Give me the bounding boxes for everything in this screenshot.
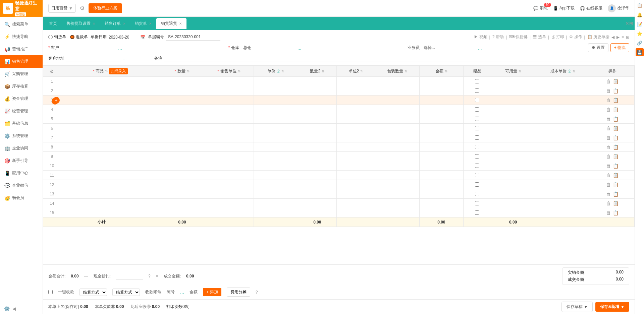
cell-price-7[interactable]: [254, 133, 298, 142]
cell-packqty-7[interactable]: [375, 133, 419, 142]
print-btn[interactable]: 🖨 打印: [551, 34, 564, 40]
cell-unit2-3[interactable]: [336, 96, 375, 105]
cell-available-4[interactable]: [491, 105, 535, 114]
gift-checkbox-12[interactable]: [475, 182, 479, 187]
copy-row-btn-5[interactable]: 📋: [613, 116, 619, 122]
cell-gift-4[interactable]: [464, 105, 491, 114]
cell-qty2-10[interactable]: [298, 161, 336, 171]
save-new-btn[interactable]: 保存&新增 ▼: [595, 302, 629, 312]
unit2-sort-icon[interactable]: ⇅: [360, 69, 363, 73]
tab-3[interactable]: 销货单✕: [130, 18, 156, 29]
cell-unit-10[interactable]: [204, 161, 254, 171]
cell-gift-7[interactable]: [464, 133, 491, 142]
shortcut-btn[interactable]: ⌨ 快捷键: [509, 34, 528, 40]
cell-qty-15[interactable]: [160, 208, 204, 217]
sidebar-item-basic[interactable]: 🗂️基础信息: [0, 117, 43, 130]
rs-icon-2[interactable]: 🔔: [636, 11, 644, 19]
radio-return[interactable]: 退款单: [70, 34, 88, 40]
cell-cost-5[interactable]: [535, 114, 590, 124]
table-gear-btn[interactable]: ⚙: [50, 69, 54, 74]
cell-qty-3[interactable]: [160, 96, 204, 105]
cell-unit2-14[interactable]: [336, 199, 375, 208]
cell-cost-4[interactable]: [535, 105, 590, 114]
scan-btn[interactable]: 扫码录入: [109, 68, 128, 74]
cell-cost-14[interactable]: [535, 199, 590, 208]
cell-unit-2[interactable]: [204, 86, 254, 96]
maximize-btn[interactable]: ⊞: [629, 21, 633, 26]
warehouse-select-btn[interactable]: ...: [298, 45, 302, 51]
gift-checkbox-13[interactable]: [475, 192, 479, 196]
sidebar-item-marketing[interactable]: 📢营销推广: [0, 43, 43, 55]
cell-unit2-5[interactable]: [336, 114, 375, 124]
date-input-area[interactable]: 📅: [109, 35, 145, 40]
cell-unit2-7[interactable]: [336, 133, 375, 142]
cell-packqty-5[interactable]: [375, 114, 419, 124]
cell-gift-15[interactable]: [464, 208, 491, 217]
copy-row-btn-15[interactable]: 📋: [613, 210, 619, 215]
settings-icon[interactable]: ⚙️: [4, 306, 10, 311]
one-key-collect-checkbox[interactable]: [48, 290, 53, 294]
cell-product-3[interactable]: ++: [61, 96, 160, 105]
cell-unit-4[interactable]: [204, 105, 254, 114]
copy-row-btn-14[interactable]: 📋: [613, 201, 619, 206]
amount-sort-icon[interactable]: ⇅: [445, 69, 447, 73]
copy-row-btn-13[interactable]: 📋: [613, 191, 619, 197]
gift-checkbox-4[interactable]: [475, 107, 479, 112]
cell-unit-15[interactable]: [204, 208, 254, 217]
cell-product-12[interactable]: [61, 180, 160, 189]
cell-qty2-5[interactable]: [298, 114, 336, 124]
cell-packqty-1[interactable]: [375, 77, 419, 86]
cell-qty-2[interactable]: [160, 86, 204, 96]
cell-cost-3[interactable]: [535, 96, 590, 105]
cell-qty2-8[interactable]: [298, 142, 336, 152]
radio-sales[interactable]: 销货单: [48, 34, 66, 40]
cell-packqty-4[interactable]: [375, 105, 419, 114]
copy-row-btn-4[interactable]: 📋: [613, 107, 619, 112]
save-draft-btn[interactable]: 保存草稿 ▼: [561, 302, 593, 312]
cell-gift-11[interactable]: [464, 171, 491, 180]
calc-method-select[interactable]: 结算方式: [112, 289, 140, 296]
cell-unit-7[interactable]: [204, 133, 254, 142]
cell-unit-13[interactable]: [204, 189, 254, 199]
order-no-input[interactable]: [166, 34, 220, 41]
cell-gift-9[interactable]: [464, 152, 491, 161]
cell-qty2-11[interactable]: [298, 171, 336, 180]
cell-amount-7[interactable]: [419, 133, 464, 142]
cell-price-12[interactable]: [254, 180, 298, 189]
add-row-btn[interactable]: +: [53, 97, 60, 104]
cell-unit-14[interactable]: [204, 199, 254, 208]
cell-qty2-1[interactable]: [298, 77, 336, 86]
history-btn[interactable]: 📋 历史单据: [587, 34, 609, 40]
gift-checkbox-7[interactable]: [475, 135, 479, 140]
cost-sort-icon[interactable]: ⇅: [573, 69, 575, 73]
cell-unit-8[interactable]: [204, 142, 254, 152]
gift-checkbox-1[interactable]: [475, 79, 479, 83]
cell-cost-7[interactable]: [535, 133, 590, 142]
cell-qty2-6[interactable]: [298, 124, 336, 133]
settings-btn[interactable]: ⚙ 设置: [588, 43, 608, 52]
sidebar-item-enterprise[interactable]: 🏢企业协同: [0, 142, 43, 154]
cell-qty2-3[interactable]: [298, 96, 336, 105]
cell-amount-15[interactable]: [419, 208, 464, 217]
gift-checkbox-11[interactable]: [475, 173, 479, 177]
cell-amount-9[interactable]: [419, 152, 464, 161]
cell-qty2-13[interactable]: [298, 189, 336, 199]
gift-checkbox-2[interactable]: [475, 88, 479, 93]
cell-qty-1[interactable]: [160, 77, 204, 86]
delete-row-btn-1[interactable]: 🗑: [606, 79, 611, 84]
customer-input[interactable]: [61, 44, 116, 51]
cell-packqty-10[interactable]: [375, 161, 419, 171]
cell-qty-4[interactable]: [160, 105, 204, 114]
cell-unit2-11[interactable]: [336, 171, 375, 180]
packqty-sort-icon[interactable]: ⇅: [405, 69, 407, 73]
delete-row-btn-12[interactable]: 🗑: [606, 182, 611, 187]
warehouse-input[interactable]: [241, 44, 296, 51]
delete-row-btn-15[interactable]: 🗑: [606, 210, 611, 215]
cell-gift-2[interactable]: [464, 86, 491, 96]
cell-price-11[interactable]: [254, 171, 298, 180]
unit-sort-icon[interactable]: ⇅: [238, 69, 240, 73]
cell-unit-1[interactable]: [204, 77, 254, 86]
app-download-btn[interactable]: 📱 App下载: [553, 5, 575, 11]
cell-qty-10[interactable]: [160, 161, 204, 171]
cell-packqty-8[interactable]: [375, 142, 419, 152]
